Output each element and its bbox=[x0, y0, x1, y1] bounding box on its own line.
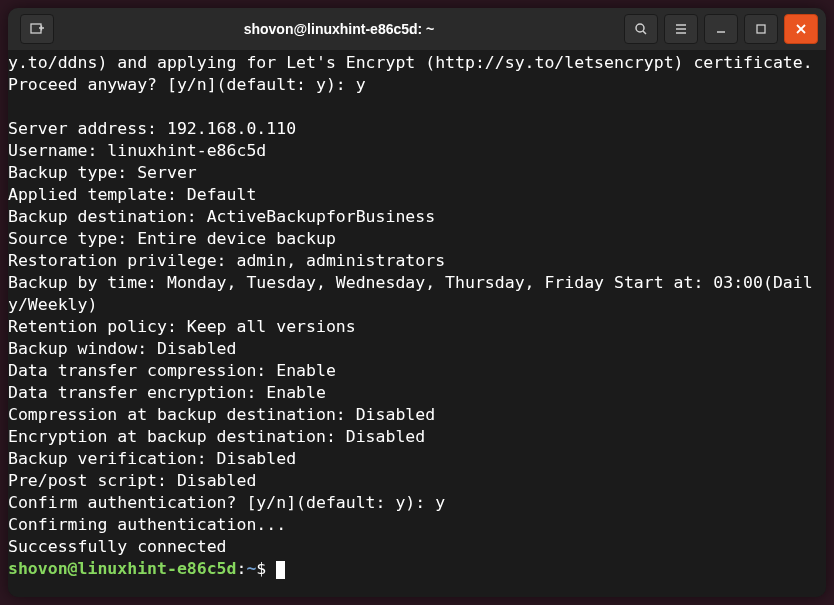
search-icon bbox=[634, 22, 648, 36]
svg-line-2 bbox=[643, 31, 646, 34]
minimize-button[interactable] bbox=[704, 14, 738, 44]
hamburger-icon bbox=[674, 22, 688, 36]
terminal-output-line: Backup window: Disabled bbox=[8, 339, 236, 358]
terminal-output-line: Successfully connected bbox=[8, 537, 227, 556]
prompt-colon: : bbox=[236, 559, 246, 578]
terminal-output-line: Username: linuxhint-e86c5d bbox=[8, 141, 266, 160]
menu-button[interactable] bbox=[664, 14, 698, 44]
new-tab-button[interactable] bbox=[20, 14, 54, 44]
terminal-window: shovon@linuxhint-e86c5d: ~ bbox=[8, 8, 826, 597]
terminal-output-line: Applied template: Default bbox=[8, 185, 256, 204]
terminal-output-line: Encryption at backup destination: Disabl… bbox=[8, 427, 425, 446]
terminal-output-line: y.to/ddns) and applying for Let's Encryp… bbox=[8, 53, 823, 94]
terminal-output-line: Data transfer encryption: Enable bbox=[8, 383, 326, 402]
terminal-output-line: Confirm authentication? [y/n](default: y… bbox=[8, 493, 445, 512]
prompt-dollar: $ bbox=[256, 559, 266, 578]
terminal-output-line: Confirming authentication... bbox=[8, 515, 286, 534]
svg-point-1 bbox=[636, 24, 644, 32]
search-button[interactable] bbox=[624, 14, 658, 44]
prompt-path: ~ bbox=[246, 559, 256, 578]
svg-rect-7 bbox=[757, 25, 765, 33]
prompt-user-host: shovon@linuxhint-e86c5d bbox=[8, 559, 236, 578]
terminal-output-line: Compression at backup destination: Disab… bbox=[8, 405, 435, 424]
terminal-output-line: Source type: Entire device backup bbox=[8, 229, 336, 248]
titlebar-controls bbox=[624, 14, 818, 44]
terminal-output-line: Data transfer compression: Enable bbox=[8, 361, 336, 380]
terminal-output-line: Backup type: Server bbox=[8, 163, 197, 182]
terminal-output-line: Backup verification: Disabled bbox=[8, 449, 296, 468]
terminal-body[interactable]: y.to/ddns) and applying for Let's Encryp… bbox=[8, 50, 826, 597]
titlebar: shovon@linuxhint-e86c5d: ~ bbox=[8, 8, 826, 50]
minimize-icon bbox=[715, 23, 727, 35]
cursor bbox=[276, 561, 285, 579]
terminal-output-line: Server address: 192.168.0.110 bbox=[8, 119, 296, 138]
maximize-button[interactable] bbox=[744, 14, 778, 44]
new-tab-icon bbox=[29, 21, 45, 37]
terminal-output-line: Backup by time: Monday, Tuesday, Wednesd… bbox=[8, 273, 813, 314]
terminal-output-line: Retention policy: Keep all versions bbox=[8, 317, 356, 336]
close-icon bbox=[795, 23, 807, 35]
window-title: shovon@linuxhint-e86c5d: ~ bbox=[58, 21, 620, 37]
terminal-output-line: Restoration privilege: admin, administra… bbox=[8, 251, 445, 270]
close-button[interactable] bbox=[784, 14, 818, 44]
terminal-output-line: Backup destination: ActiveBackupforBusin… bbox=[8, 207, 435, 226]
maximize-icon bbox=[755, 23, 767, 35]
terminal-output-line: Pre/post script: Disabled bbox=[8, 471, 256, 490]
